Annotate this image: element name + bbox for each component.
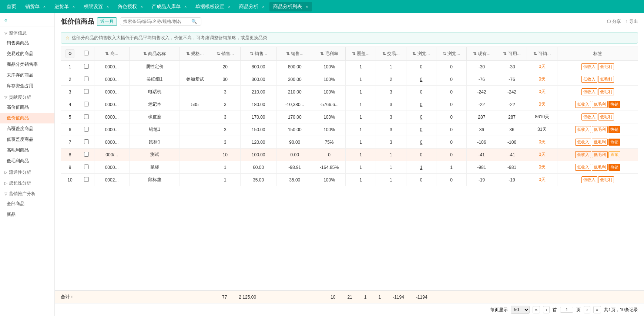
cell-checkbox[interactable]: [79, 149, 94, 161]
search-icon[interactable]: 🔍: [191, 19, 197, 24]
first-page-btn[interactable]: «: [533, 306, 540, 313]
nav-product-in[interactable]: 产成品入库单 ×: [148, 2, 190, 11]
cell-checkbox[interactable]: [79, 98, 94, 111]
sidebar-item-high-value[interactable]: 高价值商品: [0, 102, 54, 113]
prev-page-btn[interactable]: ‹: [543, 306, 550, 313]
cell-browse1[interactable]: 1: [406, 161, 436, 174]
sidebar-group-contribution[interactable]: ▽贡献度分析: [0, 91, 54, 102]
cell-browse1[interactable]: 0: [406, 136, 436, 149]
sidebar-group-growth[interactable]: ▷成长性分析: [0, 177, 54, 188]
nav-role[interactable]: 角色授权 ×: [114, 2, 147, 11]
nav-analysis[interactable]: 商品分析 ×: [235, 2, 268, 11]
sidebar-item-low-coverage[interactable]: 低覆盖度商品: [0, 134, 54, 145]
cell-browse1[interactable]: 0: [406, 174, 436, 186]
row-checkbox[interactable]: [84, 77, 89, 81]
browse1-link[interactable]: 0: [420, 102, 423, 107]
row-checkbox[interactable]: [84, 139, 89, 144]
row-checkbox[interactable]: [84, 64, 89, 69]
cell-browse1[interactable]: 0: [406, 86, 436, 98]
col-coverage[interactable]: ⇅ 覆盖...: [346, 47, 376, 61]
col-margin[interactable]: ⇅ 毛利率: [313, 47, 346, 61]
sidebar-item-all-goods[interactable]: 全部商品: [0, 198, 54, 209]
nav-analysis-close[interactable]: ×: [262, 4, 264, 9]
nav-home[interactable]: 首页: [3, 2, 20, 11]
search-box[interactable]: 🔍: [120, 17, 201, 26]
col-browse1[interactable]: ⇅ 浏览...: [406, 47, 436, 61]
nav-analysis-list[interactable]: 商品分析列表 ×: [269, 2, 312, 11]
nav-analysis-list-close[interactable]: ×: [306, 4, 308, 9]
col-sales2[interactable]: ⇅ 销售...: [276, 47, 313, 61]
share-button[interactable]: ⬡ 分享: [607, 18, 621, 25]
row-checkbox[interactable]: [84, 152, 89, 157]
browse1-link[interactable]: 0: [420, 77, 423, 82]
cell-checkbox[interactable]: [79, 174, 94, 186]
sidebar-item-low-value[interactable]: 低价值商品: [0, 113, 54, 123]
select-all-checkbox[interactable]: [84, 51, 89, 55]
export-button[interactable]: ↑ 导出: [625, 18, 638, 25]
col-saleable[interactable]: ⇅ 可销...: [527, 47, 557, 61]
last-page-btn[interactable]: »: [593, 306, 601, 313]
col-settings[interactable]: ⚙: [61, 47, 79, 61]
per-page-select[interactable]: 50 100 200: [511, 306, 530, 314]
gear-button[interactable]: ⚙: [66, 49, 74, 58]
search-input[interactable]: [123, 19, 190, 24]
sidebar-collapse-btn[interactable]: «: [3, 16, 9, 24]
row-checkbox[interactable]: [84, 177, 89, 182]
sidebar-item-no-stock[interactable]: 未库存的商品: [0, 70, 54, 81]
sidebar-item-low-margin[interactable]: 低毛利商品: [0, 156, 54, 166]
cell-browse1[interactable]: 0: [406, 149, 436, 161]
sidebar-item-high-margin[interactable]: 高毛利商品: [0, 145, 54, 156]
sidebar-item-category-rate[interactable]: 商品分类销售率: [0, 59, 54, 70]
nav-sales-close[interactable]: ×: [43, 4, 46, 9]
col-sales1[interactable]: ⇅ 销售...: [240, 47, 276, 61]
row-checkbox[interactable]: [84, 127, 89, 132]
col-available[interactable]: ⇅ 可用...: [497, 47, 527, 61]
col-name[interactable]: ⇅ 商品名称: [130, 47, 180, 61]
nav-sales[interactable]: 销货单 ×: [21, 2, 49, 11]
col-current[interactable]: ⇅ 现有...: [467, 47, 497, 61]
browse1-link[interactable]: 1: [420, 165, 423, 170]
nav-template[interactable]: 单据模板设置 ×: [192, 2, 234, 11]
row-checkbox[interactable]: [84, 102, 89, 106]
cell-browse1[interactable]: 0: [406, 73, 436, 86]
browse1-link[interactable]: 0: [420, 140, 423, 145]
nav-permission[interactable]: 权限设置 ×: [80, 2, 113, 11]
sidebar-item-stock-capital[interactable]: 库存资金占用: [0, 81, 54, 91]
cell-checkbox[interactable]: [79, 61, 94, 73]
cell-checkbox[interactable]: [79, 136, 94, 149]
row-checkbox[interactable]: [84, 89, 89, 94]
cell-checkbox[interactable]: [79, 123, 94, 136]
col-browse2[interactable]: ⇅ 浏览...: [436, 47, 467, 61]
sidebar-group-marketing[interactable]: ▽营销推广分析: [0, 188, 54, 198]
nav-permission-close[interactable]: ×: [107, 4, 109, 9]
time-badge[interactable]: 近一月: [97, 17, 117, 26]
cell-checkbox[interactable]: [79, 86, 94, 98]
nav-purchase[interactable]: 进货单 ×: [51, 2, 78, 11]
next-page-btn[interactable]: ›: [584, 306, 590, 313]
sidebar-item-traded-goods[interactable]: 交易过的商品: [0, 48, 54, 59]
cell-browse1[interactable]: 0: [406, 123, 436, 136]
cell-checkbox[interactable]: [79, 111, 94, 123]
row-checkbox[interactable]: [84, 164, 89, 169]
col-code[interactable]: ⇅ 商...: [94, 47, 129, 61]
nav-product-in-close[interactable]: ×: [184, 4, 187, 9]
sidebar-item-sales-goods[interactable]: 销售类商品: [0, 38, 54, 48]
sidebar-item-high-coverage[interactable]: 高覆盖度商品: [0, 123, 54, 134]
nav-role-close[interactable]: ×: [141, 4, 143, 9]
col-spec[interactable]: ⇅ 规格...: [180, 47, 210, 61]
cell-checkbox[interactable]: [79, 73, 94, 86]
row-checkbox[interactable]: [84, 114, 89, 119]
browse1-link[interactable]: 0: [420, 64, 423, 69]
browse1-link[interactable]: 0: [420, 177, 423, 183]
page-input[interactable]: [560, 307, 573, 313]
browse1-link[interactable]: 0: [420, 152, 423, 157]
sidebar-group-overall[interactable]: ▽整体信息: [0, 27, 54, 38]
cell-browse1[interactable]: 0: [406, 111, 436, 123]
cell-browse1[interactable]: 0: [406, 61, 436, 73]
cell-checkbox[interactable]: [79, 161, 94, 174]
col-qty[interactable]: ⇅ 销售...: [210, 47, 241, 61]
cell-browse1[interactable]: 0: [406, 98, 436, 111]
nav-template-close[interactable]: ×: [228, 4, 230, 9]
browse1-link[interactable]: 0: [420, 127, 423, 132]
browse1-link[interactable]: 0: [420, 89, 423, 95]
